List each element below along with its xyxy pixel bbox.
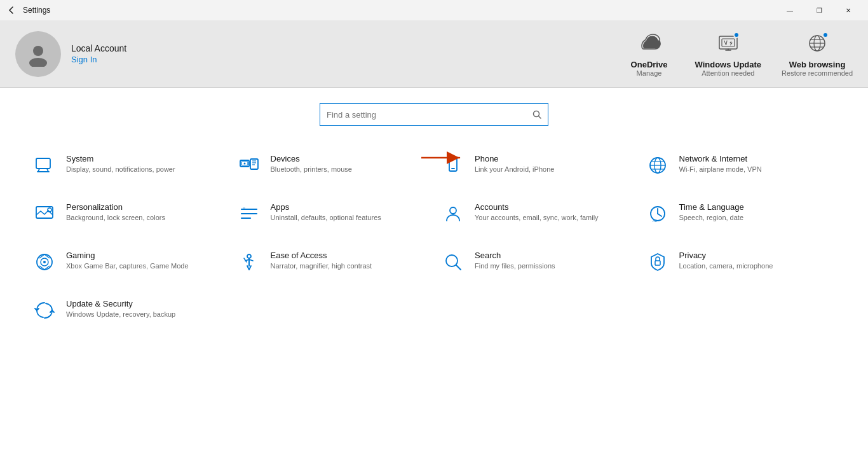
onedrive-sublabel: Manage <box>637 69 662 77</box>
search-input[interactable] <box>327 110 532 120</box>
setting-item-update-security[interactable]: Update & SecurityWindows Update, recover… <box>25 289 230 332</box>
web-browsing-dot <box>822 32 829 38</box>
svg-point-42 <box>43 261 46 263</box>
phone-text: PhoneLink your Android, iPhone <box>475 154 554 174</box>
sign-in-link[interactable]: Sign In <box>71 55 126 64</box>
widget-windows-update[interactable]: Windows Update Attention needed <box>695 31 762 77</box>
windows-update-sublabel: Attention needed <box>702 69 754 77</box>
update-security-text: Update & SecurityWindows Update, recover… <box>66 299 175 319</box>
personalization-text: PersonalizationBackground, lock screen, … <box>66 202 165 223</box>
gaming-desc: Xbox Game Bar, captures, Game Mode <box>66 261 189 271</box>
svg-point-35 <box>450 207 456 214</box>
search-name: Search <box>475 251 555 260</box>
windows-update-dot <box>733 32 740 38</box>
svg-line-38 <box>658 214 661 216</box>
search-box <box>320 103 548 126</box>
setting-item-apps[interactable]: AppsUninstall, defaults, optional featur… <box>230 192 435 235</box>
minimize-button[interactable]: — <box>775 0 804 20</box>
personalization-desc: Background, lock screen, colors <box>66 213 165 223</box>
network-name: Network & Internet <box>679 154 762 163</box>
setting-item-search[interactable]: SearchFind my files, permissions <box>434 240 639 284</box>
windows-update-icon-container <box>715 31 741 56</box>
settings-grid: SystemDisplay, sound, notifications, pow… <box>25 144 843 332</box>
network-icon <box>646 154 669 177</box>
setting-item-gaming[interactable]: GamingXbox Game Bar, captures, Game Mode <box>25 240 230 284</box>
search-button[interactable] <box>532 110 541 119</box>
windows-update-label: Windows Update <box>695 60 762 69</box>
devices-icon <box>238 154 261 177</box>
setting-item-system[interactable]: SystemDisplay, sound, notifications, pow… <box>25 144 230 187</box>
setting-item-ease-of-access[interactable]: Ease of AccessNarrator, magnifier, high … <box>230 240 435 284</box>
svg-rect-18 <box>250 159 258 169</box>
privacy-name: Privacy <box>679 251 773 260</box>
apps-icon <box>238 202 261 225</box>
setting-item-phone[interactable]: PhoneLink your Android, iPhone <box>434 144 639 187</box>
header: Local Account Sign In OneDrive Manage <box>0 20 868 88</box>
phone-name: Phone <box>475 154 554 163</box>
widget-web-browsing[interactable]: Web browsing Restore recommended <box>782 31 853 77</box>
system-icon <box>33 154 56 177</box>
ease-of-access-icon <box>238 251 261 273</box>
system-text: SystemDisplay, sound, notifications, pow… <box>66 154 175 174</box>
header-widgets: OneDrive Manage Windows Update Attention… <box>624 31 853 77</box>
setting-item-devices[interactable]: DevicesBluetooth, printers, mouse <box>230 144 435 187</box>
accounts-icon <box>442 202 465 225</box>
network-desc: Wi-Fi, airplane mode, VPN <box>679 165 762 174</box>
personalization-icon <box>33 202 56 225</box>
onedrive-icon-container <box>637 31 662 56</box>
svg-line-46 <box>456 265 461 270</box>
user-section: Local Account Sign In <box>15 31 126 77</box>
titlebar: Settings — ❐ ✕ <box>0 0 868 20</box>
web-browsing-sublabel: Restore recommended <box>782 69 853 77</box>
gaming-text: GamingXbox Game Bar, captures, Game Mode <box>66 251 189 271</box>
accounts-name: Accounts <box>475 202 599 212</box>
web-browsing-label: Web browsing <box>789 60 846 69</box>
titlebar-left: Settings <box>5 4 50 17</box>
system-desc: Display, sound, notifications, power <box>66 165 175 174</box>
devices-name: Devices <box>271 154 352 163</box>
privacy-desc: Location, camera, microphone <box>679 261 773 271</box>
accounts-text: AccountsYour accounts, email, sync, work… <box>475 202 599 223</box>
gaming-name: Gaming <box>66 251 189 260</box>
devices-desc: Bluetooth, printers, mouse <box>271 165 352 174</box>
phone-desc: Link your Android, iPhone <box>475 165 554 174</box>
time-language-text: Time & LanguageSpeech, region, date <box>679 202 744 223</box>
setting-item-accounts[interactable]: AccountsYour accounts, email, sync, work… <box>434 192 639 235</box>
privacy-icon <box>646 251 669 273</box>
svg-rect-34 <box>243 207 245 209</box>
personalization-name: Personalization <box>66 202 165 212</box>
update-security-icon <box>33 299 56 322</box>
svg-rect-47 <box>655 261 660 265</box>
apps-desc: Uninstall, defaults, optional features <box>271 213 381 223</box>
web-browsing-icon-container <box>804 31 830 56</box>
privacy-text: PrivacyLocation, camera, microphone <box>679 251 773 271</box>
time-language-desc: Speech, region, date <box>679 213 744 223</box>
svg-rect-11 <box>36 158 50 169</box>
apps-name: Apps <box>271 202 381 212</box>
ease-of-access-name: Ease of Access <box>271 251 372 260</box>
setting-item-personalization[interactable]: PersonalizationBackground, lock screen, … <box>25 192 230 235</box>
gaming-icon <box>33 251 56 273</box>
time-language-name: Time & Language <box>679 202 744 212</box>
close-button[interactable]: ✕ <box>834 0 863 20</box>
setting-item-privacy[interactable]: PrivacyLocation, camera, microphone <box>639 240 843 284</box>
svg-point-17 <box>243 163 245 165</box>
setting-item-network[interactable]: Network & InternetWi-Fi, airplane mode, … <box>639 144 843 187</box>
update-security-name: Update & Security <box>66 299 175 308</box>
svg-point-1 <box>29 58 47 67</box>
back-button[interactable] <box>5 4 18 17</box>
window-controls: — ❐ ✕ <box>775 0 863 20</box>
widget-onedrive[interactable]: OneDrive Manage <box>624 31 675 77</box>
search-text: SearchFind my files, permissions <box>475 251 555 271</box>
onedrive-label: OneDrive <box>631 60 668 69</box>
onedrive-icon <box>638 32 661 55</box>
avatar <box>15 31 61 77</box>
maximize-button[interactable]: ❐ <box>804 0 834 20</box>
svg-point-0 <box>33 46 43 56</box>
user-info: Local Account Sign In <box>71 43 126 64</box>
main-content: SystemDisplay, sound, notifications, pow… <box>0 136 868 463</box>
search-container <box>0 88 868 136</box>
setting-item-time-language[interactable]: AzTime & LanguageSpeech, region, date <box>639 192 843 235</box>
apps-text: AppsUninstall, defaults, optional featur… <box>271 202 381 223</box>
time-language-icon: Az <box>646 202 669 225</box>
